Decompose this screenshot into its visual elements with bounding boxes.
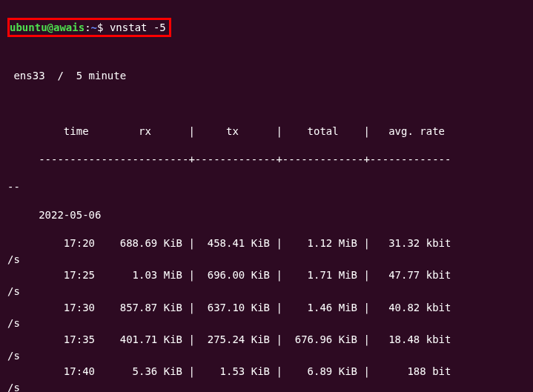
blank-line bbox=[7, 40, 526, 56]
prompt-host: awais bbox=[53, 21, 85, 33]
prompt-colon: : bbox=[85, 21, 90, 33]
command-text: vnstat -5 bbox=[110, 21, 166, 33]
separator-wrap: -- bbox=[7, 179, 526, 196]
interface-header: ens33 / 5 minute bbox=[7, 68, 526, 84]
date-line: 2022-05-06 bbox=[7, 207, 526, 224]
table-row: 17:25 1.03 MiB | 696.00 KiB | 1.71 MiB |… bbox=[7, 268, 526, 284]
table-row-wrap: /s bbox=[7, 252, 526, 268]
table-row-wrap: /s bbox=[7, 348, 526, 365]
prompt-user: ubuntu bbox=[10, 21, 47, 33]
data-rows: 17:20 688.69 KiB | 458.41 KiB | 1.12 MiB… bbox=[7, 236, 526, 392]
table-row-wrap: /s bbox=[7, 380, 526, 392]
table-row: 17:30 857.87 KiB | 637.10 KiB | 1.46 MiB… bbox=[7, 300, 526, 316]
command-highlight: ubuntu@awais:~$ vnstat -5 bbox=[7, 18, 171, 37]
table-row-wrap: /s bbox=[7, 316, 526, 332]
prompt-at: @ bbox=[47, 21, 53, 33]
separator-line: ------------------------+-------------+-… bbox=[7, 152, 526, 168]
blank-line bbox=[7, 96, 526, 112]
table-row: 17:20 688.69 KiB | 458.41 KiB | 1.12 MiB… bbox=[7, 236, 526, 252]
table-row: 17:35 401.71 KiB | 275.24 KiB | 676.96 K… bbox=[7, 332, 526, 348]
prompt-dollar: $ bbox=[97, 21, 103, 33]
table-row: 17:40 5.36 KiB | 1.53 KiB | 6.89 KiB | 1… bbox=[7, 364, 526, 380]
terminal-output: ubuntu@awais:~$ vnstat -5 ens33 / 5 minu… bbox=[0, 0, 533, 392]
prompt-path: ~ bbox=[91, 21, 97, 33]
table-row-wrap: /s bbox=[7, 284, 526, 300]
column-headers: time rx | tx | total | avg. rate bbox=[7, 124, 526, 140]
